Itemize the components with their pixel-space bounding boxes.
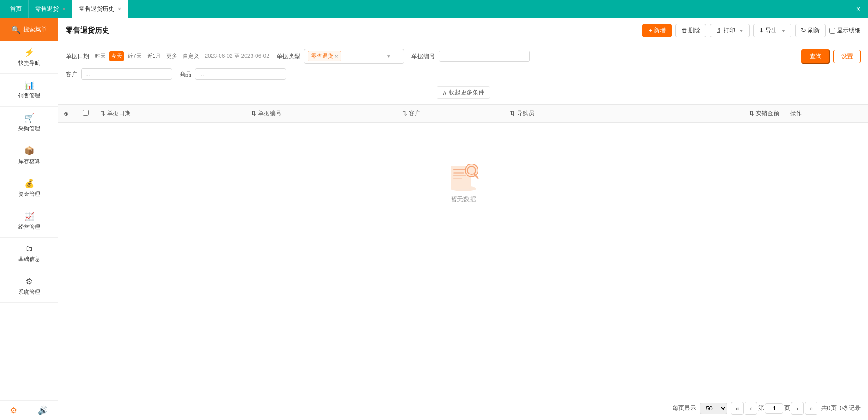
- empty-illustration: [441, 150, 486, 195]
- quick-nav-icon: ⚡: [24, 47, 34, 57]
- delete-button[interactable]: 🗑 删除: [675, 24, 707, 37]
- print-dropdown-icon: ▼: [739, 28, 744, 33]
- settings-icon[interactable]: ⚙: [10, 405, 17, 415]
- custom-shortcut[interactable]: 自定义: [181, 51, 201, 61]
- sidebar-item-system[interactable]: ⚙ 系统管理: [0, 270, 58, 303]
- sidebar-item-purchase[interactable]: 🛒 采购管理: [0, 107, 58, 139]
- yesterday-shortcut[interactable]: 昨天: [93, 51, 108, 61]
- empty-text: 暂无数据: [451, 195, 476, 204]
- column-settings-icon[interactable]: ⊕: [64, 110, 69, 117]
- th-settings[interactable]: ⊕: [58, 105, 77, 123]
- export-dropdown-icon: ▼: [781, 28, 786, 33]
- tab-retail-return-history[interactable]: 零售退货历史 ×: [72, 0, 128, 18]
- sidebar-item-finance[interactable]: 💰 资金管理: [0, 172, 58, 205]
- query-button[interactable]: 查询: [801, 49, 830, 64]
- sidebar: 🔍 搜索菜单 ⚡ 快捷导航 📊 销售管理 🛒 采购管理 📦 库存核算 💰 资金管…: [0, 18, 58, 420]
- prev-page-button[interactable]: ‹: [745, 402, 757, 415]
- main-layout: 🔍 搜索菜单 ⚡ 快捷导航 📊 销售管理 🛒 采购管理 📦 库存核算 💰 资金管…: [0, 18, 868, 420]
- voucher-type-tag: 零售退货 ×: [308, 51, 341, 61]
- show-detail-checkbox-label[interactable]: 显示明细: [829, 26, 861, 35]
- customer-filter: 客户 ...: [66, 68, 172, 80]
- voucher-type-dropdown-icon: ▼: [386, 54, 391, 59]
- sidebar-bottom: ⚙ 🔊: [0, 400, 58, 420]
- sidebar-item-sales[interactable]: 📊 销售管理: [0, 74, 58, 107]
- 7days-shortcut[interactable]: 近7天: [126, 51, 144, 61]
- date-range-display: 2023-06-02 至 2023-06-02: [205, 52, 269, 60]
- page-header: 零售退货历史 + 新增 🗑 删除 🖨 打印 ▼ ⬇ 导出 ▼ ↻ 刷新 显示明细: [58, 18, 868, 43]
- last-page-button[interactable]: »: [805, 402, 817, 415]
- svg-rect-3: [453, 172, 464, 174]
- page-size-select[interactable]: 50 10 20 100: [700, 403, 727, 414]
- collapse-filter-button[interactable]: ∧ 收起更多条件: [437, 86, 490, 99]
- select-all-checkbox[interactable]: [83, 110, 89, 116]
- volume-icon[interactable]: 🔊: [38, 405, 48, 415]
- th-date: ⇅ 单据日期: [95, 105, 246, 123]
- more-shortcut[interactable]: 更多: [164, 51, 179, 61]
- voucher-type-tag-close[interactable]: ×: [335, 53, 338, 60]
- tab-retail-return[interactable]: 零售退货 ×: [29, 0, 72, 18]
- search-icon: 🔍: [11, 26, 21, 34]
- goods-filter: 商品 ...: [180, 68, 286, 80]
- data-table: ⊕ ⇅ 单据日期 ⇅ 单据编号: [58, 105, 868, 123]
- filter-row-2: 客户 ... 商品 ...: [66, 68, 861, 80]
- date-shortcuts: 昨天 今天 近7天 近1月 更多 自定义: [93, 51, 201, 61]
- purchase-icon: 🛒: [24, 113, 34, 123]
- goods-select[interactable]: ...: [195, 68, 286, 80]
- empty-state: 暂无数据: [58, 123, 868, 231]
- inventory-icon: 📦: [24, 146, 34, 156]
- th-amount: ⇅ 实销金额: [634, 105, 785, 123]
- total-records: 共0页, 0条记录: [821, 404, 861, 412]
- sales-icon: 📊: [24, 80, 34, 90]
- th-customer: ⇅ 客户: [397, 105, 504, 123]
- th-number: ⇅ 单据编号: [246, 105, 396, 123]
- date-filter: 单据日期 昨天 今天 近7天 近1月 更多 自定义 2023-06-02 至 2…: [66, 51, 269, 61]
- first-page-button[interactable]: «: [731, 402, 744, 415]
- add-button[interactable]: + 新增: [642, 24, 671, 37]
- business-icon: 📈: [24, 211, 34, 221]
- content-area: 零售退货历史 + 新增 🗑 删除 🖨 打印 ▼ ⬇ 导出 ▼ ↻ 刷新 显示明细: [58, 18, 868, 420]
- system-icon: ⚙: [26, 277, 33, 287]
- sidebar-search[interactable]: 🔍 搜索菜单: [0, 18, 58, 41]
- svg-rect-4: [453, 175, 466, 176]
- tab-home[interactable]: 首页: [4, 0, 29, 18]
- basic-info-icon: 🗂: [25, 244, 33, 254]
- filter-row-1: 单据日期 昨天 今天 近7天 近1月 更多 自定义 2023-06-02 至 2…: [66, 49, 861, 64]
- 1month-shortcut[interactable]: 近1月: [145, 51, 163, 61]
- finance-icon: 💰: [24, 179, 34, 189]
- export-button[interactable]: ⬇ 导出 ▼: [753, 24, 792, 37]
- page-title: 零售退货历史: [66, 26, 109, 41]
- topbar: 首页 零售退货 × 零售退货历史 × ×: [0, 0, 868, 18]
- voucher-type-select[interactable]: 零售退货 × ▼: [304, 49, 404, 64]
- close-tab-retail-return[interactable]: ×: [62, 6, 66, 12]
- sidebar-item-basic-info[interactable]: 🗂 基础信息: [0, 238, 58, 270]
- sidebar-item-quick-nav[interactable]: ⚡ 快捷导航: [0, 41, 58, 74]
- voucher-number-input[interactable]: [439, 51, 530, 62]
- header-actions: + 新增 🗑 删除 🖨 打印 ▼ ⬇ 导出 ▼ ↻ 刷新 显示明细: [642, 24, 861, 43]
- th-guide: ⇅ 导购员: [504, 105, 634, 123]
- refresh-button[interactable]: ↻ 刷新: [795, 24, 826, 37]
- show-detail-checkbox[interactable]: [829, 28, 835, 34]
- filter-area: 单据日期 昨天 今天 近7天 近1月 更多 自定义 2023-06-02 至 2…: [58, 43, 868, 105]
- table-area: ⊕ ⇅ 单据日期 ⇅ 单据编号: [58, 105, 868, 420]
- page-nav: « ‹ 第 页 › »: [731, 402, 817, 415]
- customer-select[interactable]: ...: [81, 68, 172, 80]
- next-page-button[interactable]: ›: [791, 402, 804, 415]
- th-checkbox[interactable]: [77, 105, 95, 123]
- print-button[interactable]: 🖨 打印 ▼: [710, 24, 750, 37]
- page-number-input[interactable]: [765, 403, 783, 414]
- table-header-row: ⊕ ⇅ 单据日期 ⇅ 单据编号: [58, 105, 868, 123]
- voucher-number-filter: 单据编号: [411, 51, 530, 62]
- svg-rect-5: [453, 178, 462, 179]
- settings-button[interactable]: 设置: [833, 50, 861, 63]
- sidebar-item-inventory[interactable]: 📦 库存核算: [0, 139, 58, 172]
- today-shortcut[interactable]: 今天: [109, 51, 124, 61]
- th-action: 操作: [785, 105, 868, 123]
- close-tab-retail-return-history[interactable]: ×: [118, 6, 121, 12]
- close-window-button[interactable]: ×: [856, 5, 868, 14]
- pagination: 每页显示 50 10 20 100 « ‹ 第 页 › » 共0页, 0条记录: [58, 396, 868, 420]
- sidebar-item-business[interactable]: 📈 经营管理: [0, 205, 58, 238]
- chevron-up-icon: ∧: [442, 89, 447, 96]
- table-wrapper: ⊕ ⇅ 单据日期 ⇅ 单据编号: [58, 105, 868, 396]
- voucher-type-filter: 单据类型 零售退货 × ▼: [277, 49, 404, 64]
